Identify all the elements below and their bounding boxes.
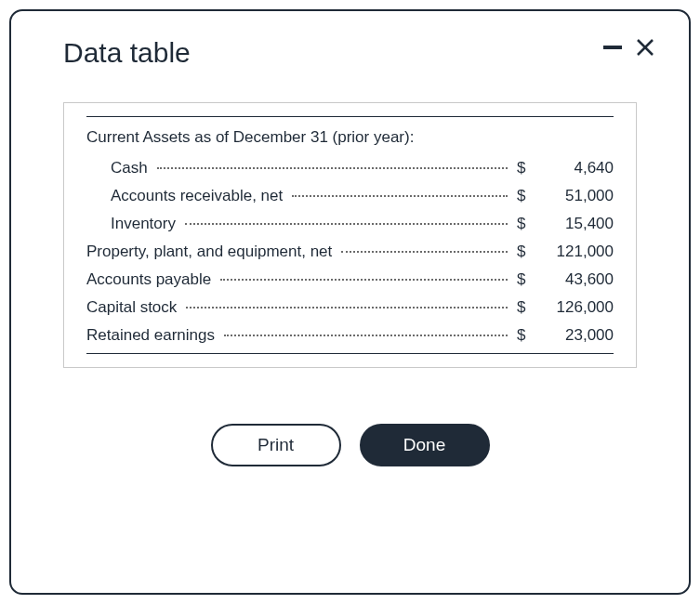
leader-dots xyxy=(224,335,508,336)
leader-dots xyxy=(157,167,508,169)
row-currency: $ xyxy=(517,159,534,177)
row-label: Retained earnings xyxy=(86,326,215,345)
row-label: Accounts payable xyxy=(86,270,211,289)
button-row: Print Done xyxy=(45,424,655,466)
row-label: Inventory xyxy=(86,215,176,233)
table-row: Accounts payable $ 43,600 xyxy=(86,266,614,294)
leader-dots xyxy=(341,251,508,253)
leader-dots xyxy=(186,307,508,309)
row-currency: $ xyxy=(517,270,534,289)
table-inner: Current Assets as of December 31 (prior … xyxy=(86,116,614,354)
table-row: Accounts receivable, net $ 51,000 xyxy=(86,182,614,210)
modal-header: Data table xyxy=(45,37,655,69)
row-label: Accounts receivable, net xyxy=(86,187,283,205)
row-label: Capital stock xyxy=(86,298,177,317)
row-currency: $ xyxy=(517,215,534,233)
row-amount: 23,000 xyxy=(539,326,614,345)
table-heading: Current Assets as of December 31 (prior … xyxy=(86,125,614,154)
close-icon[interactable] xyxy=(635,37,655,58)
minimize-icon[interactable] xyxy=(603,46,622,49)
row-amount: 15,400 xyxy=(539,215,614,233)
row-label: Property, plant, and equipment, net xyxy=(86,243,332,261)
row-label: Cash xyxy=(86,159,148,177)
table-frame: Current Assets as of December 31 (prior … xyxy=(63,102,637,368)
row-amount: 4,640 xyxy=(539,159,614,177)
row-currency: $ xyxy=(517,243,534,261)
row-amount: 121,000 xyxy=(539,243,614,261)
window-controls xyxy=(603,37,655,58)
table-row: Inventory $ 15,400 xyxy=(86,210,614,238)
table-row: Cash $ 4,640 xyxy=(86,154,614,182)
data-table-modal: Data table Current Assets as of December… xyxy=(9,9,691,595)
table-row: Retained earnings $ 23,000 xyxy=(86,322,614,349)
modal-title: Data table xyxy=(45,37,191,69)
leader-dots xyxy=(220,279,508,281)
row-currency: $ xyxy=(517,298,534,317)
row-amount: 51,000 xyxy=(539,187,614,205)
leader-dots xyxy=(292,195,508,197)
print-button[interactable]: Print xyxy=(211,424,341,466)
row-amount: 126,000 xyxy=(539,298,614,317)
done-button[interactable]: Done xyxy=(360,424,490,466)
row-amount: 43,600 xyxy=(539,270,614,289)
table-row: Property, plant, and equipment, net $ 12… xyxy=(86,238,614,266)
leader-dots xyxy=(185,223,508,225)
table-row: Capital stock $ 126,000 xyxy=(86,294,614,322)
row-currency: $ xyxy=(517,326,534,345)
row-currency: $ xyxy=(517,187,534,205)
